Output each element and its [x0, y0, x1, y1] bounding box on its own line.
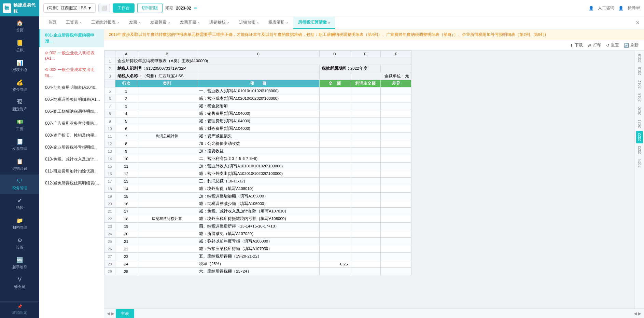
profit-amount-cell[interactable]: [350, 102, 381, 110]
profit-amount-cell[interactable]: [350, 238, 381, 245]
sidebar-item-ledger[interactable]: 📒总账: [0, 36, 39, 56]
amount-cell[interactable]: [319, 178, 350, 185]
diff-cell[interactable]: [381, 268, 411, 275]
amount-cell[interactable]: [319, 245, 350, 253]
nav-tab-close[interactable]: ×: [198, 20, 200, 25]
item-cell[interactable]: 加：公允价值变动收益: [197, 140, 320, 148]
tabs-close-all[interactable]: ✕: [635, 19, 640, 26]
period-edit-icon[interactable]: ✏: [194, 6, 197, 11]
profit-amount-cell[interactable]: [350, 185, 381, 193]
amount-cell[interactable]: [319, 185, 350, 193]
service-label[interactable]: 人工咨询: [598, 5, 614, 11]
profit-amount-cell[interactable]: [350, 117, 381, 125]
amount-cell[interactable]: [319, 193, 350, 200]
item-cell[interactable]: 减：营业外支出(填写A102010\102020\103000): [197, 170, 320, 178]
item-cell[interactable]: 减：免税、减计收入及加计扣除（填写A107010）: [197, 208, 320, 215]
copy-icon-btn[interactable]: ⬜: [98, 4, 110, 12]
item-cell[interactable]: 减：所得减免（填写A107020）: [197, 230, 320, 238]
diff-cell[interactable]: [381, 230, 411, 238]
diff-cell[interactable]: [381, 140, 411, 148]
diff-cell[interactable]: [381, 87, 411, 95]
item-cell[interactable]: 一、营业收入(填写A101010\101020\103000): [197, 87, 320, 95]
amount-cell[interactable]: 0.25: [319, 260, 350, 268]
sidebar-item-salary[interactable]: 💵工资: [0, 115, 39, 135]
workstation-btn[interactable]: 工作台: [113, 3, 135, 13]
year-item-2018[interactable]: 2018: [636, 91, 643, 103]
profit-amount-cell[interactable]: [350, 140, 381, 148]
switch-old-btn[interactable]: 切到旧版: [137, 3, 163, 13]
diff-cell[interactable]: [381, 125, 411, 133]
amount-cell[interactable]: [319, 253, 350, 260]
sidebar-item-guide[interactable]: 🆕新手引导: [0, 253, 39, 273]
item-cell[interactable]: 减：税金及附加: [197, 102, 320, 110]
amount-cell[interactable]: [319, 87, 350, 95]
nav-tab-close[interactable]: ×: [328, 20, 330, 25]
item-cell[interactable]: 减：抵扣应纳税所得额（填写A107030）: [197, 245, 320, 253]
sidebar-item-reconcile[interactable]: 📋进销台账: [0, 155, 39, 175]
diff-cell[interactable]: [381, 170, 411, 178]
sidebar-footer-pin[interactable]: 📌 取消固定: [0, 301, 39, 318]
user-name[interactable]: 徐泽华: [628, 5, 640, 11]
left-panel-item-008[interactable]: 008-资产折旧、摊销及纳税...: [39, 129, 104, 141]
amount-cell[interactable]: [319, 140, 350, 148]
amount-cell[interactable]: [319, 163, 350, 170]
left-panel-item-006[interactable]: 006-职工薪酬纳税调整明细...: [39, 106, 104, 117]
diff-cell[interactable]: [381, 102, 411, 110]
nav-tab-close[interactable]: ×: [117, 20, 119, 25]
nav-tab-进销台账[interactable]: 进销台账 ×: [234, 17, 264, 29]
profit-amount-cell[interactable]: [350, 208, 381, 215]
nav-tab-工资统计报表[interactable]: 工资统计报表 ×: [86, 17, 124, 29]
item-cell[interactable]: 五、应纳税所得额（19-20-21-22）: [197, 253, 320, 260]
profit-amount-cell[interactable]: [350, 87, 381, 95]
download-btn[interactable]: ⬇ 下载: [570, 42, 583, 48]
item-cell[interactable]: 减：纳税调整减少额（填写A105000）: [197, 200, 320, 208]
left-panel-item-011[interactable]: 011-研发费用加计扣除优惠...: [39, 165, 104, 177]
amount-cell[interactable]: [319, 133, 350, 140]
year-item-2024[interactable]: 2024: [636, 157, 643, 169]
amount-cell[interactable]: [319, 102, 350, 110]
nav-tab-close[interactable]: ×: [80, 20, 82, 25]
year-item-2021[interactable]: 2021: [636, 117, 643, 130]
profit-amount-cell[interactable]: [350, 110, 381, 117]
item-cell[interactable]: 六、应纳所得税额（23×24）: [197, 268, 320, 275]
year-item-2017[interactable]: 2017: [636, 78, 643, 91]
item-cell[interactable]: 税率（25%）: [197, 260, 320, 268]
sidebar-item-home[interactable]: 🏠首页: [0, 16, 39, 36]
diff-cell[interactable]: [381, 253, 411, 260]
diff-cell[interactable]: [381, 117, 411, 125]
left-panel-item-009[interactable]: 009-企业所得税补亏损明细...: [39, 141, 104, 153]
year-item-2020[interactable]: 2020: [636, 105, 643, 117]
nav-tab-首页[interactable]: 首页: [43, 17, 61, 29]
print-btn[interactable]: 🖨 打印: [588, 42, 601, 48]
profit-amount-cell[interactable]: [350, 193, 381, 200]
profit-amount-cell[interactable]: [350, 95, 381, 102]
amount-cell[interactable]: [319, 268, 350, 275]
item-cell[interactable]: 减：销售费用(填写A104000): [197, 110, 320, 117]
left-panel-item-005[interactable]: 005-纳税调整项目明细表(A1...: [39, 94, 104, 106]
sidebar-item-invoices[interactable]: 🧾发票管理: [0, 135, 39, 155]
scroll-right-icon[interactable]: ▶: [638, 311, 641, 316]
item-cell[interactable]: 减：境外所得（填写A108010）: [197, 185, 320, 193]
amount-cell[interactable]: [319, 125, 350, 133]
profit-amount-cell[interactable]: [350, 268, 381, 275]
profit-amount-cell[interactable]: [350, 133, 381, 140]
company-selector[interactable]: (勾删）江西服宝-LSS ▼: [43, 3, 96, 13]
sidebar-item-finance[interactable]: 💰资金管理: [0, 76, 39, 96]
sidebar-item-assets[interactable]: 🏗固定资产: [0, 96, 39, 115]
profit-amount-cell[interactable]: [350, 178, 381, 185]
diff-cell[interactable]: [381, 110, 411, 117]
nav-tab-close[interactable]: ×: [257, 20, 259, 25]
diff-cell[interactable]: [381, 200, 411, 208]
amount-cell[interactable]: [319, 230, 350, 238]
nav-tab-进销稽核[interactable]: 进销稽核 ×: [205, 17, 234, 29]
diff-cell[interactable]: [381, 163, 411, 170]
item-cell[interactable]: 减：营业成本(填写A102010\102020\103000): [197, 95, 320, 102]
sidebar-item-archive[interactable]: 📁归档管理: [0, 214, 39, 234]
profit-amount-cell[interactable]: [350, 148, 381, 155]
item-cell[interactable]: 二、营业利润(1-2-3-4-5-6-7-8+9): [197, 155, 320, 163]
year-item-2023[interactable]: 2023: [636, 144, 643, 156]
sidebar-item-reports[interactable]: 📊报表中心: [0, 56, 39, 76]
item-cell[interactable]: 减：弥补以前年度亏损（填写A106000）: [197, 238, 320, 245]
diff-cell[interactable]: [381, 193, 411, 200]
nav-tab-工资表[interactable]: 工资表 ×: [61, 17, 86, 29]
